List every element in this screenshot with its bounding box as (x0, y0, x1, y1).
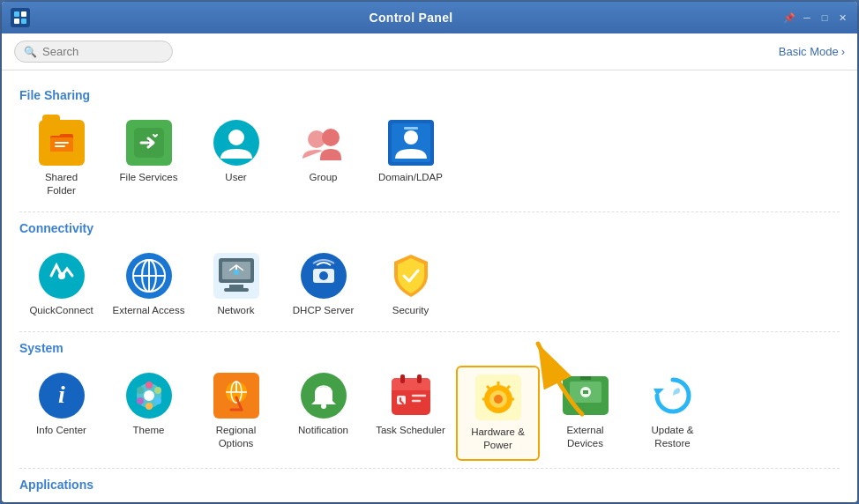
svg-point-37 (137, 397, 144, 404)
search-box[interactable]: 🔍 (14, 41, 173, 63)
shared-folder-icon (39, 120, 85, 166)
regional-options-icon (213, 373, 259, 419)
quickconnect-item[interactable]: QuickConnect (19, 246, 103, 324)
task-scheduler-item[interactable]: Task Scheduler (369, 366, 452, 461)
network-label: Network (217, 304, 254, 317)
security-label: Security (392, 304, 430, 317)
system-grid: i Info Center (19, 366, 840, 461)
search-icon: 🔍 (24, 46, 37, 58)
control-panel-window: Control Panel 📌 ─ □ ✕ 🔍 Basic Mode › Fil… (2, 2, 857, 502)
chevron-right-icon: › (841, 45, 845, 58)
basic-mode-label: Basic Mode (779, 45, 839, 58)
svg-rect-23 (229, 285, 243, 288)
security-item[interactable]: Security (369, 246, 452, 324)
group-item[interactable]: Group (281, 113, 365, 204)
svg-point-33 (146, 382, 153, 389)
network-item[interactable]: Network (194, 246, 278, 324)
group-label: Group (310, 171, 338, 184)
info-center-item[interactable]: i Info Center (19, 366, 103, 461)
svg-point-38 (137, 387, 144, 394)
quickconnect-icon (39, 253, 85, 299)
svg-text:i: i (58, 381, 65, 408)
hardware-power-label: Hardware &Power (471, 426, 525, 452)
basic-mode-button[interactable]: Basic Mode › (779, 45, 845, 58)
svg-point-61 (494, 395, 503, 404)
user-item[interactable]: User (194, 113, 278, 204)
svg-rect-3 (21, 19, 26, 24)
dhcp-server-icon (301, 253, 347, 299)
svg-rect-51 (417, 374, 422, 383)
svg-rect-1 (21, 11, 26, 17)
theme-item[interactable]: Theme (107, 366, 190, 461)
svg-rect-2 (14, 19, 19, 24)
minimize-button[interactable]: ─ (801, 11, 813, 24)
network-icon (213, 253, 259, 299)
maximize-button[interactable]: □ (818, 11, 831, 24)
regional-options-item[interactable]: RegionalOptions (194, 366, 278, 461)
shared-folder-label: SharedFolder (45, 171, 78, 197)
svg-line-57 (507, 386, 510, 389)
svg-rect-24 (224, 288, 249, 292)
file-services-icon (126, 120, 172, 166)
external-access-label: External Access (113, 304, 185, 317)
domain-ldap-item[interactable]: Domain/LDAP (369, 113, 452, 204)
shared-folder-item[interactable]: SharedFolder (19, 113, 103, 204)
external-devices-label: ExternalDevices (566, 424, 603, 450)
theme-icon (126, 373, 172, 419)
external-devices-item[interactable]: ExternalDevices (543, 366, 627, 461)
regional-options-label: RegionalOptions (216, 424, 256, 450)
domain-ldap-icon (388, 120, 434, 166)
info-center-icon: i (39, 373, 85, 419)
user-icon (213, 120, 259, 166)
app-icon (11, 8, 30, 27)
notification-icon (301, 373, 347, 419)
file-services-label: File Services (120, 171, 178, 184)
svg-point-14 (58, 272, 65, 279)
group-icon (301, 120, 347, 166)
pin-button[interactable]: 📌 (783, 11, 796, 24)
theme-label: Theme (133, 424, 165, 437)
close-button[interactable]: ✕ (836, 11, 848, 24)
user-label: User (225, 171, 246, 184)
info-center-label: Info Center (36, 424, 86, 437)
notification-label: Notification (298, 424, 348, 437)
svg-point-28 (319, 271, 328, 280)
svg-line-59 (487, 386, 489, 389)
svg-rect-50 (400, 374, 405, 383)
external-access-item[interactable]: External Access (107, 246, 190, 324)
svg-point-36 (146, 403, 153, 410)
hardware-power-icon (475, 374, 521, 420)
svg-point-39 (144, 390, 154, 401)
system-section-title: System (19, 341, 840, 355)
search-input[interactable] (42, 45, 163, 58)
task-scheduler-icon (388, 373, 434, 419)
file-services-item[interactable]: File Services (107, 113, 190, 204)
svg-point-35 (154, 397, 161, 404)
file-sharing-section-title: File Sharing (19, 88, 840, 102)
applications-section-title: Applications (19, 478, 840, 492)
update-restore-icon (650, 373, 696, 419)
domain-ldap-label: Domain/LDAP (378, 171, 443, 184)
quickconnect-label: QuickConnect (29, 304, 93, 317)
svg-point-6 (228, 130, 244, 145)
external-access-icon (126, 253, 172, 299)
dhcp-server-item[interactable]: DHCP Server (281, 246, 365, 324)
connectivity-grid: QuickConnect External Access (19, 246, 840, 324)
external-devices-icon (563, 373, 609, 419)
svg-point-46 (321, 404, 326, 409)
toolbar: 🔍 Basic Mode › (2, 33, 857, 70)
svg-point-11 (404, 130, 418, 145)
svg-point-34 (154, 387, 161, 394)
window-controls: 📌 ─ □ ✕ (783, 11, 848, 24)
update-restore-item[interactable]: Update & Restore (631, 366, 714, 461)
svg-point-8 (322, 129, 340, 146)
notification-item[interactable]: Notification (281, 366, 365, 461)
title-bar: Control Panel 📌 ─ □ ✕ (2, 2, 857, 33)
svg-rect-0 (14, 11, 19, 17)
dhcp-server-label: DHCP Server (293, 304, 354, 317)
update-restore-label: Update & Restore (636, 424, 709, 450)
task-scheduler-label: Task Scheduler (376, 424, 445, 437)
window-title: Control Panel (39, 11, 783, 25)
hardware-power-item[interactable]: Hardware &Power (456, 366, 540, 461)
security-icon (388, 253, 434, 299)
